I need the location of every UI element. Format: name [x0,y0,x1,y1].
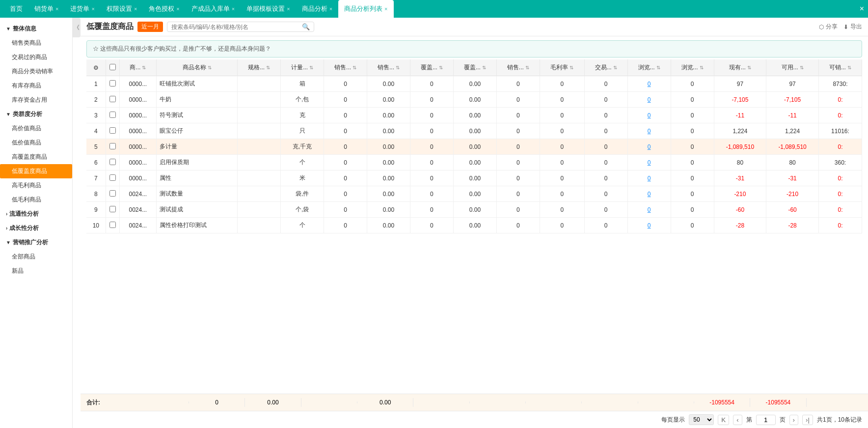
row-checkbox[interactable] [106,202,119,218]
sidebar-item-new-goods[interactable]: 新品 [0,264,72,278]
sidebar-section-growth[interactable]: › 成长性分析 [0,221,72,235]
time-filter-button[interactable]: 近一月 [137,22,163,32]
prev-page-button[interactable]: ‹ [733,415,742,425]
nav-tab-role[interactable]: 角色授权 × [143,0,185,18]
next-page-button[interactable]: › [789,415,798,425]
table-row: 3 0000... 符号测试 克 0 0.00 0 0.00 0 0 0 0 0… [86,108,862,123]
col-browse2[interactable]: 浏览...⇅ [671,59,714,76]
nav-tab-purchase[interactable]: 进货单 × [64,0,100,18]
col-trade[interactable]: 交易...⇅ [584,59,627,76]
col-sales-qty[interactable]: 销售...⇅ [324,59,367,76]
sidebar-section-overall[interactable]: ▼ 整体信息 [0,22,72,36]
search-input[interactable] [171,24,302,30]
col-browse1[interactable]: 浏览...⇅ [627,59,671,76]
row-current-stock: -210 [714,186,766,202]
row-checkbox[interactable] [106,108,119,123]
row-browse1[interactable]: 0 [627,92,671,108]
col-available-stock[interactable]: 可用...⇅ [766,59,819,76]
total-spacer3 [413,401,469,403]
nav-tab-sales-close[interactable]: × [55,6,58,12]
row-checkbox[interactable] [106,92,119,108]
nav-tab-permission-close[interactable]: × [134,6,137,12]
col-sales-amt[interactable]: 销售...⇅ [367,59,410,76]
row-checkbox[interactable] [106,123,119,139]
row-checkbox[interactable] [106,139,119,155]
row-browse1[interactable]: 0 [627,108,671,123]
nav-tab-inventory[interactable]: 产成品入库单 × [186,0,241,18]
sidebar-item-in-stock[interactable]: 有库存商品 [0,79,72,93]
sidebar-item-high-coverage[interactable]: 高覆盖度商品 [0,150,72,164]
col-spec[interactable]: 规格...⇅ [238,59,281,76]
data-table: ⚙ 商...⇅ 商品名称⇅ 规格...⇅ 计量...⇅ 销售...⇅ 销售...… [86,59,862,233]
row-checkbox[interactable] [106,186,119,202]
col-settings[interactable]: ⚙ [86,59,106,76]
col-name[interactable]: 商品名称⇅ [157,59,238,76]
sidebar-item-low-margin[interactable]: 低毛利商品 [0,193,72,207]
row-browse1[interactable]: 0 [627,171,671,186]
sidebar-item-sales-goods[interactable]: 销售类商品 [0,36,72,50]
window-close-button[interactable]: × [860,4,864,13]
row-checkbox[interactable] [106,155,119,171]
sidebar-item-high-value[interactable]: 高价值商品 [0,121,72,136]
sidebar-section-circulation[interactable]: › 流通性分析 [0,207,72,221]
nav-tab-permission[interactable]: 权限设置 × [101,0,143,18]
sidebar-collapse-button[interactable]: 《 [73,18,81,37]
row-code: 0000... [119,139,156,155]
sidebar-item-all-goods[interactable]: 全部商品 [0,250,72,264]
first-page-button[interactable]: K [718,415,729,425]
sidebar-section-cluster[interactable]: ▼ 类群度分析 [0,107,72,121]
nav-tab-sales[interactable]: 销货单 × [28,0,64,18]
row-browse1[interactable]: 0 [627,123,671,139]
col-coverage1[interactable]: 覆盖...⇅ [410,59,453,76]
select-all-checkbox[interactable] [109,64,116,70]
export-button[interactable]: ⬇ 导出 [843,23,862,31]
row-browse1[interactable]: 0 [627,218,671,233]
col-sales-pct[interactable]: 销售...⇅ [496,59,540,76]
row-gross-rate: 0 [540,155,584,171]
nav-tab-inventory-close[interactable]: × [232,6,235,12]
page-suffix: 页 [780,416,786,424]
nav-tab-purchase-close[interactable]: × [91,6,94,12]
row-checkbox[interactable] [106,218,119,233]
page-size-select[interactable]: 50 100 200 [689,414,714,425]
row-checkbox[interactable] [106,171,119,186]
nav-tab-analysis-list[interactable]: 商品分析列表 × [338,0,393,18]
nav-tab-analysis-close[interactable]: × [329,6,332,12]
sidebar-item-high-margin[interactable]: 高毛利商品 [0,178,72,193]
chevron-down-icon: ▼ [6,26,11,31]
row-browse1[interactable]: 0 [627,76,671,92]
page-number-input[interactable] [756,415,776,425]
row-sales-pct: 0 [496,186,540,202]
row-coverage1: 0 [410,186,453,202]
col-current-stock[interactable]: 现有...⇅ [714,59,766,76]
col-code[interactable]: 商...⇅ [119,59,156,76]
col-unit[interactable]: 计量...⇅ [281,59,324,76]
sidebar-item-low-value[interactable]: 低价值商品 [0,136,72,150]
row-browse1[interactable]: 0 [627,186,671,202]
sidebar-item-low-coverage[interactable]: 低覆盖度商品 [0,164,72,178]
share-button[interactable]: ⬡ 分享 [819,23,838,31]
row-browse2: 0 [671,202,714,218]
nav-tab-analysis-list-close[interactable]: × [384,6,387,12]
row-browse1[interactable]: 0 [627,139,671,155]
sidebar-section-marketing[interactable]: ▼ 营销推广分析 [0,235,72,250]
row-sales-qty: 0 [324,218,367,233]
nav-tab-analysis[interactable]: 商品分析 × [296,0,338,18]
row-num: 10 [86,218,106,233]
sidebar-item-category-rate[interactable]: 商品分类动销率 [0,64,72,79]
nav-tab-template-close[interactable]: × [287,6,290,12]
col-gross-rate[interactable]: 毛利率⇅ [540,59,584,76]
last-page-button[interactable]: ›| [802,415,813,425]
row-checkbox[interactable] [106,76,119,92]
nav-tab-home[interactable]: 首页 [4,0,28,18]
col-coverage2[interactable]: 覆盖...⇅ [453,59,496,76]
nav-tab-template[interactable]: 单据模板设置 × [241,0,296,18]
row-browse1[interactable]: 0 [627,202,671,218]
col-checkbox[interactable] [106,59,119,76]
col-saleable[interactable]: 可销...⇅ [818,59,862,76]
nav-tab-role-close[interactable]: × [176,6,179,12]
row-sales-amt: 0.00 [367,171,410,186]
sidebar-item-traded-goods[interactable]: 交易过的商品 [0,50,72,64]
row-browse1[interactable]: 0 [627,155,671,171]
sidebar-item-inventory-fund[interactable]: 库存资金占用 [0,93,72,107]
